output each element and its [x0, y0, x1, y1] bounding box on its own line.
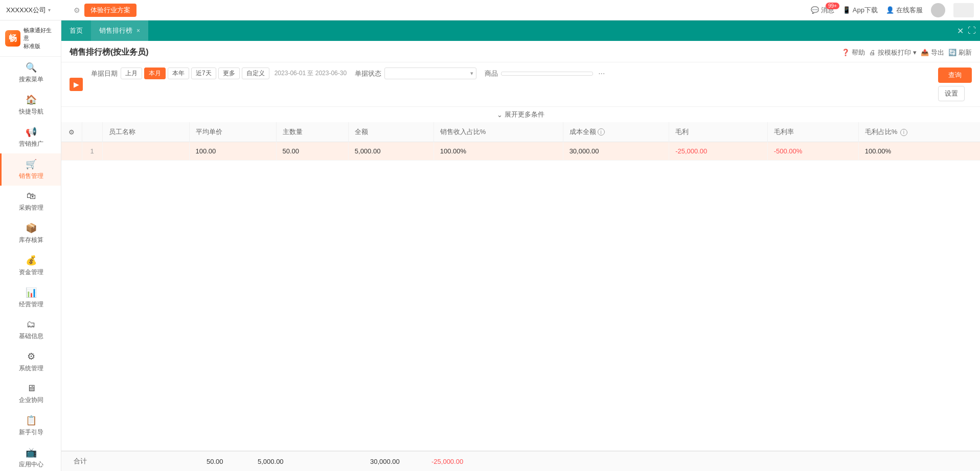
status-filter: 单据状态 ▾ [355, 68, 476, 79]
th-qty: 主数量 [276, 122, 348, 142]
status-select-wrapper: ▾ [384, 68, 476, 79]
sidebar-item-label: 搜索菜单 [19, 75, 43, 84]
th-name: 员工名称 [102, 122, 189, 142]
footer-gross: -25,000.00 [425, 458, 469, 465]
appcenter-icon: 📺 [26, 447, 37, 458]
footer-qty: 50.00 [200, 458, 252, 465]
date-btn-custom[interactable]: 自定义 [242, 68, 269, 79]
sidebar-item-marketing[interactable]: 📢 营销推广 [0, 121, 61, 153]
date-range: 2023-06-01 至 2023-06-30 [275, 69, 347, 78]
date-btn-more[interactable]: 更多 [218, 68, 240, 79]
sidebar-item-finance[interactable]: 💰 资金管理 [0, 250, 61, 282]
logo-icon: 畅 [5, 30, 20, 47]
sidebar-item-basic-info[interactable]: 🗂 基础信息 [0, 314, 61, 346]
message-button[interactable]: 💬 消息 99+ [811, 6, 834, 15]
th-gross-rate: 毛利率 [767, 122, 858, 142]
settings-button[interactable]: 设置 [938, 86, 965, 101]
gear-icon[interactable]: ⚙ [74, 6, 80, 14]
gross-pct-info-icon[interactable]: i [900, 129, 907, 136]
refresh-icon: 🔄 [948, 49, 956, 56]
tab-bar: 首页 销售排行榜 × ✕ ⛶ [61, 20, 980, 41]
page-header: 销售排行榜(按业务员) ❓ 帮助 🖨 按模板打印 ▾ 📤 导出 🔄 刷新 [61, 41, 980, 62]
date-btn-7days[interactable]: 近7天 [191, 68, 216, 79]
online-service-label: 在线客服 [896, 6, 923, 15]
tab-sales-ranking[interactable]: 销售排行榜 × [91, 20, 148, 41]
tab-home[interactable]: 首页 [61, 20, 91, 41]
expand-more-btn[interactable]: ⌄ 展开更多条件 [497, 110, 544, 119]
tab-expand-icon[interactable]: ⛶ [968, 26, 976, 35]
status-select[interactable] [384, 68, 476, 79]
help-button[interactable]: ❓ 帮助 [841, 48, 865, 57]
tab-close-window-icon[interactable]: ✕ [957, 26, 964, 36]
sidebar-item-label: 库存核算 [19, 236, 43, 244]
sidebar-item-search[interactable]: 🔍 搜索菜单 [0, 57, 61, 89]
sidebar-item-label: 快捷导航 [19, 107, 43, 116]
sidebar-item-inventory[interactable]: 📦 库存核算 [0, 217, 61, 250]
company-name: XXXXXX公司 [6, 6, 46, 15]
export-button[interactable]: 📤 导出 [921, 48, 944, 57]
sidebar-item-label: 系统管理 [19, 364, 43, 373]
top-bar: XXXXXX公司 ▾ ⚙ 体验行业方案 💬 消息 99+ 📱 App下载 👤 在… [0, 0, 980, 20]
sidebar-item-appcenter[interactable]: 📺 应用中心 [0, 442, 61, 471]
sidebar-item-label: 基础信息 [19, 332, 43, 341]
sidebar-item-system[interactable]: ⚙ 系统管理 [0, 346, 61, 378]
date-btn-lastmonth[interactable]: 上月 [121, 68, 142, 79]
table-footer: 合计 50.00 5,000.00 30,000.00 -25,000.00 [61, 451, 980, 471]
trial-button[interactable]: 体验行业方案 [84, 4, 136, 17]
th-settings: ⚙ [61, 122, 82, 142]
table-settings-icon[interactable]: ⚙ [69, 128, 75, 136]
expand-row: ⌄ 展开更多条件 [61, 106, 980, 122]
sidebar-item-guide[interactable]: 📋 新手引导 [0, 410, 61, 442]
query-button[interactable]: 查询 [938, 68, 972, 83]
sales-icon: 🛒 [26, 159, 37, 170]
sidebar-item-quicknav[interactable]: 🏠 快捷导航 [0, 89, 61, 121]
print-button[interactable]: 🖨 按模板打印 ▾ [869, 48, 917, 57]
sidebar-item-purchase[interactable]: 🛍 采购管理 [0, 186, 61, 217]
sidebar: 畅 畅康通好生意 标准版 🔍 搜索菜单 🏠 快捷导航 📢 营销推广 🛒 销售管理… [0, 20, 61, 471]
filter-outer: ▶ 单据日期 上月 本月 本年 近7天 更多 自定义 [61, 62, 980, 122]
date-btn-thismonth[interactable]: 本月 [144, 68, 166, 79]
filter-collapse-btn[interactable]: ▶ [70, 78, 83, 91]
company-selector[interactable]: XXXXXX公司 ▾ [6, 6, 67, 15]
refresh-button[interactable]: 🔄 刷新 [948, 48, 972, 57]
avatar[interactable] [931, 3, 945, 17]
online-service-button[interactable]: 👤 在线客服 [886, 6, 923, 15]
expand-label: 展开更多条件 [505, 110, 544, 119]
goods-dots[interactable]: ··· [598, 69, 605, 78]
cell-gross: -25,000.00 [669, 142, 767, 161]
cost-info-icon[interactable]: i [598, 128, 605, 136]
cell-qty: 50.00 [276, 142, 348, 161]
finance-icon: 💰 [26, 255, 37, 266]
tab-label: 销售排行榜 [99, 26, 132, 35]
table-body: 1 100.00 50.00 5,000.00 100.00% 30,000.0… [61, 142, 980, 161]
cell-name [102, 142, 189, 161]
th-cost: 成本全额 i [563, 122, 669, 142]
footer-label: 合计 [67, 457, 98, 466]
footer-amount: 5,000.00 [252, 458, 313, 465]
app-download-button[interactable]: 📱 App下载 [842, 6, 878, 15]
th-gross-pct: 毛利占比% i [858, 122, 980, 142]
home-icon: 🏠 [26, 94, 37, 105]
sidebar-item-operations[interactable]: 📊 经营管理 [0, 282, 61, 314]
tab-right-controls: ✕ ⛶ [957, 26, 980, 36]
enterprise-icon: 🖥 [27, 383, 36, 394]
app-download-label: App下载 [853, 6, 878, 15]
date-btn-thisyear[interactable]: 本年 [168, 68, 189, 79]
print-icon: 🖨 [869, 49, 876, 56]
sidebar-item-label: 资金管理 [19, 268, 43, 277]
operations-icon: 📊 [26, 287, 37, 298]
help-icon: ❓ [841, 49, 850, 56]
th-rank [82, 122, 102, 142]
export-icon: 📤 [921, 49, 929, 56]
logo-text: 畅康通好生意 标准版 [24, 27, 56, 50]
filter-fields: 单据日期 上月 本月 本年 近7天 更多 自定义 2023-06-01 至 20… [91, 68, 930, 79]
goods-label: 商品 [485, 69, 498, 78]
guide-icon: 📋 [26, 415, 37, 426]
sidebar-item-enterprise[interactable]: 🖥 企业协同 [0, 378, 61, 410]
inventory-icon: 📦 [26, 222, 37, 234]
sidebar-item-sales[interactable]: 🛒 销售管理 [0, 153, 61, 186]
sidebar-logo: 畅 畅康通好生意 标准版 [0, 20, 61, 57]
goods-input-area[interactable] [501, 72, 593, 76]
goods-filter: 商品 ··· [485, 69, 605, 78]
tab-close-icon[interactable]: × [136, 27, 140, 34]
